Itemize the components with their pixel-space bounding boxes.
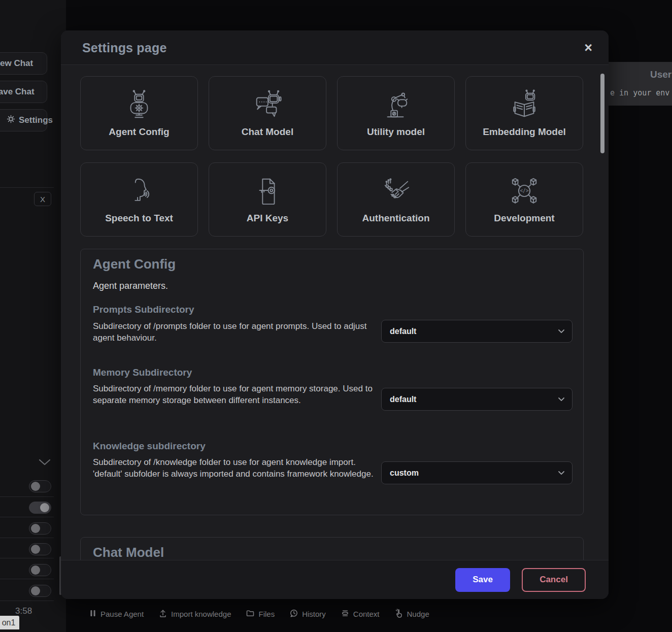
chevron-down-icon [558, 471, 565, 475]
save-button[interactable]: Save [455, 568, 510, 592]
field-description: Subdirectory of /prompts folder to use f… [93, 320, 381, 344]
knowledge-subdirectory-select[interactable]: custom [381, 461, 573, 484]
field-label-prompts-subdirectory: Prompts Subdirectory [93, 304, 194, 315]
history-button[interactable]: History [289, 609, 326, 619]
toolbar-label: Nudge [407, 610, 429, 618]
prompts-subdirectory-select[interactable]: default [381, 320, 573, 343]
nudge-hand-icon [394, 609, 404, 619]
bottom-toolbar: Pause Agent Import knowledge Files Histo… [89, 607, 429, 620]
folder-icon [246, 609, 255, 619]
memory-subdirectory-select[interactable]: default [381, 388, 573, 411]
tab-label: Speech to Text [105, 213, 173, 224]
save-chat-button[interactable]: Save Chat [0, 81, 47, 103]
field-description: Subdirectory of /memory folder to use fo… [93, 383, 381, 406]
field-label-knowledge-subdirectory: Knowledge subdirectory [93, 441, 206, 452]
settings-button[interactable]: Settings [0, 109, 47, 131]
new-chat-button[interactable]: New Chat [0, 52, 47, 75]
toggle-knob [31, 524, 40, 533]
robot-config-icon [123, 89, 155, 122]
tab-utility-model[interactable]: Utility model [337, 76, 455, 150]
modal-scrollbar[interactable] [600, 74, 604, 153]
sidebar-divider [0, 538, 54, 538]
pause-icon [89, 609, 97, 619]
import-knowledge-button[interactable]: Import knowledge [158, 609, 231, 619]
toggle-knob [31, 586, 40, 595]
section-title: Agent Config [93, 256, 176, 272]
select-value: default [390, 395, 416, 404]
settings-label: Settings [19, 115, 53, 125]
chevron-down-icon [558, 397, 565, 402]
sidebar-divider [0, 187, 54, 188]
robot-chat-icon [252, 89, 283, 122]
tab-api-keys[interactable]: API Keys [209, 162, 326, 237]
tab-label: Embedding Model [483, 126, 566, 138]
sidebar-toggle[interactable] [29, 480, 51, 492]
toolbar-label: Import knowledge [171, 610, 231, 618]
tab-label: Chat Model [242, 126, 293, 138]
chevron-down-icon[interactable] [39, 458, 51, 468]
sidebar-toggle[interactable] [29, 543, 51, 555]
section-subtitle: Agent parameters. [93, 281, 168, 291]
nudge-button[interactable]: Nudge [394, 609, 429, 619]
tab-label: Development [494, 213, 554, 224]
tab-speech-to-text[interactable]: Speech to Text [80, 162, 198, 237]
sidebar-divider [0, 579, 54, 579]
section-title: Chat Model [93, 545, 164, 560]
context-button[interactable]: Context [341, 609, 380, 619]
tab-authentication[interactable]: Authentication [337, 162, 455, 237]
toggle-knob [31, 566, 40, 575]
select-value: default [390, 327, 416, 336]
context-stack-icon [341, 609, 350, 619]
left-sidebar: New Chat Save Chat Settings X 3:58 on1 [0, 0, 66, 632]
toolbar-label: Context [353, 610, 380, 618]
section-agent-config: Agent Config Agent parameters. Prompts S… [80, 249, 584, 515]
tab-label: Utility model [367, 126, 425, 138]
gear-icon [7, 115, 15, 126]
tab-label: Agent Config [109, 126, 169, 138]
document-key-icon [252, 176, 283, 208]
message-text: e in your env [610, 88, 669, 97]
cancel-button[interactable]: Cancel [522, 568, 586, 592]
settings-tab-grid: Agent Config [80, 76, 583, 237]
select-value: custom [390, 469, 419, 478]
save-chat-label: Save Chat [0, 87, 35, 97]
svg-text:</>: </> [520, 188, 529, 193]
toggle-knob [40, 503, 49, 512]
page-title: Settings page [82, 40, 167, 55]
field-label-memory-subdirectory: Memory Subdirectory [93, 367, 192, 378]
close-icon[interactable]: × [584, 41, 592, 54]
modal-footer: Save Cancel [61, 560, 609, 599]
files-button[interactable]: Files [246, 609, 275, 619]
robot-arm-icon [380, 89, 412, 122]
sidebar-toggle[interactable] [29, 502, 51, 514]
message-author: User [650, 69, 671, 80]
tab-agent-config[interactable]: Agent Config [80, 76, 198, 150]
handshake-icon [380, 176, 412, 208]
settings-modal: Settings page × Agent Config [61, 30, 609, 599]
sidebar-toggle[interactable] [29, 522, 51, 535]
tab-chat-model[interactable]: Chat Model [209, 76, 326, 150]
tab-development[interactable]: </> Development [465, 162, 583, 237]
robot-reading-icon [509, 89, 540, 122]
tab-label: API Keys [247, 213, 288, 224]
toggle-knob [31, 545, 40, 554]
clock-time: 3:58 [15, 606, 32, 616]
tab-label: Authentication [362, 213, 430, 224]
speech-profile-icon [123, 176, 155, 208]
code-nodes-icon: </> [509, 176, 540, 208]
status-tooltip: on1 [0, 616, 19, 629]
pause-agent-button[interactable]: Pause Agent [89, 609, 144, 619]
modal-header: Settings page × [61, 30, 609, 65]
upload-icon [158, 609, 167, 619]
sidebar-toggle[interactable] [29, 564, 51, 576]
sidebar-divider [0, 517, 54, 517]
toolbar-label: Files [258, 610, 275, 618]
sidebar-divider [0, 558, 54, 558]
close-panel-button[interactable]: X [34, 192, 51, 206]
sidebar-divider [0, 496, 54, 497]
sidebar-toggle[interactable] [29, 585, 51, 597]
new-chat-label: New Chat [0, 58, 33, 69]
close-panel-label: X [40, 195, 45, 204]
toggle-knob [31, 482, 40, 491]
tab-embedding-model[interactable]: Embedding Model [465, 76, 583, 150]
